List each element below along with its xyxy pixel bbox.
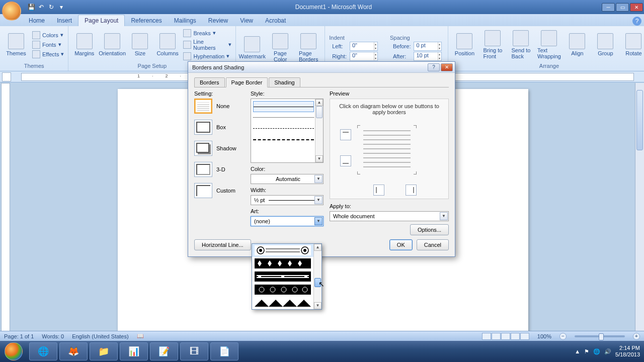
undo-icon[interactable]: ↶ bbox=[37, 3, 45, 11]
taskbar-media[interactable]: 🎞 bbox=[180, 342, 208, 360]
preview-left-border-button[interactable] bbox=[373, 185, 384, 196]
watermark-button[interactable]: Watermark bbox=[240, 36, 264, 59]
zoom-out-button[interactable]: − bbox=[559, 333, 567, 340]
tab-selector[interactable] bbox=[2, 72, 11, 81]
view-web-layout[interactable] bbox=[501, 333, 510, 340]
orientation-button[interactable]: Orientation bbox=[100, 33, 124, 56]
setting-custom[interactable]: Custom bbox=[194, 183, 245, 198]
art-combo[interactable]: (none) ▼ bbox=[251, 216, 324, 226]
preview-bottom-border-button[interactable] bbox=[340, 155, 351, 166]
color-combo[interactable]: Automatic ▼ bbox=[251, 174, 324, 184]
style-option[interactable] bbox=[253, 145, 314, 156]
taskbar-word[interactable]: 📄 bbox=[210, 342, 238, 360]
hyphenation-button[interactable]: Hyphenation ▾ bbox=[183, 52, 231, 60]
ok-button[interactable]: OK bbox=[389, 239, 413, 250]
zoom-slider[interactable] bbox=[575, 335, 625, 337]
taskbar-excel[interactable]: 📊 bbox=[120, 342, 148, 360]
tab-page-layout[interactable]: Page Layout bbox=[78, 15, 125, 26]
qat-dropdown-icon[interactable]: ▾ bbox=[57, 3, 65, 11]
horizontal-line-button[interactable]: Horizontal Line... bbox=[194, 239, 251, 250]
dialog-titlebar[interactable]: Borders and Shading ? ✕ bbox=[188, 62, 455, 73]
group-button[interactable]: Group bbox=[593, 33, 617, 56]
style-option[interactable] bbox=[253, 101, 314, 112]
close-button[interactable]: ✕ bbox=[630, 3, 643, 12]
columns-button[interactable]: Columns bbox=[156, 33, 180, 56]
taskbar-notepad[interactable]: 📝 bbox=[150, 342, 178, 360]
status-page[interactable]: Page: 1 of 1 bbox=[4, 333, 34, 339]
dialog-tab-shading[interactable]: Shading bbox=[269, 77, 300, 87]
spacing-before-input[interactable]: 0 pt bbox=[414, 42, 442, 51]
start-button[interactable] bbox=[0, 341, 27, 362]
view-draft[interactable] bbox=[520, 333, 529, 340]
tab-home[interactable]: Home bbox=[23, 15, 51, 26]
tab-view[interactable]: View bbox=[234, 15, 259, 26]
art-option[interactable] bbox=[252, 296, 313, 309]
colors-button[interactable]: Colors ▾ bbox=[32, 31, 64, 39]
taskbar-firefox[interactable]: 🦊 bbox=[59, 342, 88, 360]
position-button[interactable]: Position bbox=[452, 33, 476, 56]
tab-acrobat[interactable]: Acrobat bbox=[259, 15, 292, 26]
view-outline[interactable] bbox=[511, 333, 520, 340]
apply-to-combo[interactable]: Whole document ▼ bbox=[330, 211, 449, 221]
save-icon[interactable]: 💾 bbox=[27, 3, 35, 11]
dialog-help-button[interactable]: ? bbox=[428, 63, 440, 71]
spacing-after-input[interactable]: 10 pt bbox=[414, 52, 442, 61]
style-option[interactable] bbox=[253, 134, 314, 145]
indent-left-input[interactable]: 0" bbox=[350, 42, 378, 51]
line-numbers-button[interactable]: Line Numbers ▾ bbox=[183, 39, 231, 51]
margins-button[interactable]: Margins bbox=[72, 33, 96, 56]
minimize-button[interactable]: ─ bbox=[602, 3, 615, 12]
art-option[interactable] bbox=[252, 270, 313, 283]
cancel-button[interactable]: Cancel bbox=[417, 239, 449, 250]
style-option[interactable] bbox=[253, 123, 314, 134]
align-button[interactable]: Align bbox=[565, 33, 589, 56]
office-button[interactable] bbox=[2, 2, 21, 21]
view-print-layout[interactable] bbox=[482, 333, 491, 340]
rotate-button[interactable]: Rotate bbox=[621, 33, 644, 56]
send-to-back-button[interactable]: Send to Back bbox=[509, 30, 533, 59]
options-button[interactable]: Options... bbox=[410, 224, 449, 235]
art-dropdown-scrollbar[interactable]: ▲ ▼ bbox=[313, 244, 321, 309]
vertical-scrollbar[interactable] bbox=[635, 83, 644, 331]
setting-shadow[interactable]: Shadow bbox=[194, 141, 245, 156]
taskbar-explorer[interactable]: 📁 bbox=[90, 342, 118, 360]
chevron-down-icon[interactable]: ▼ bbox=[314, 196, 323, 204]
tray-clock[interactable]: 2:14 PM 5/18/2013 bbox=[615, 345, 640, 358]
tray-flag-icon[interactable]: ⚑ bbox=[584, 348, 589, 355]
style-option[interactable] bbox=[253, 112, 314, 123]
size-button[interactable]: Size bbox=[128, 33, 152, 56]
help-icon[interactable]: ? bbox=[632, 17, 641, 26]
tab-mailings[interactable]: Mailings bbox=[168, 15, 202, 26]
bring-to-front-button[interactable]: Bring to Front bbox=[480, 30, 505, 59]
dialog-close-button[interactable]: ✕ bbox=[441, 63, 453, 71]
page-borders-button[interactable]: Page Borders bbox=[296, 33, 320, 62]
scroll-up-icon[interactable]: ▲ bbox=[314, 244, 321, 251]
taskbar-chrome[interactable]: 🌐 bbox=[29, 342, 57, 360]
art-dropdown-list[interactable]: ▲ ▼ bbox=[252, 243, 322, 310]
tab-references[interactable]: References bbox=[125, 15, 168, 26]
tab-insert[interactable]: Insert bbox=[51, 15, 78, 26]
setting-box[interactable]: Box bbox=[194, 120, 245, 135]
redo-icon[interactable]: ↻ bbox=[47, 3, 55, 11]
setting-3d[interactable]: 3-D bbox=[194, 162, 245, 177]
text-wrapping-button[interactable]: Text Wrapping bbox=[537, 30, 561, 59]
chevron-down-icon[interactable]: ▼ bbox=[440, 212, 448, 220]
zoom-level[interactable]: 100% bbox=[537, 333, 551, 339]
view-full-screen[interactable] bbox=[492, 333, 501, 340]
spellcheck-icon[interactable]: 📖 bbox=[137, 333, 144, 339]
width-combo[interactable]: ½ pt ▼ bbox=[251, 195, 324, 205]
status-words[interactable]: Words: 0 bbox=[42, 333, 64, 339]
chevron-down-icon[interactable]: ▼ bbox=[314, 217, 323, 225]
tray-network-icon[interactable]: 🌐 bbox=[593, 348, 600, 355]
art-option[interactable] bbox=[252, 283, 313, 296]
style-listbox[interactable]: ▲ ▼ bbox=[251, 99, 324, 163]
tray-up-icon[interactable]: ▲ bbox=[575, 348, 580, 354]
preview-top-border-button[interactable] bbox=[340, 129, 351, 140]
chevron-down-icon[interactable]: ▼ bbox=[314, 175, 323, 183]
themes-button[interactable]: Themes bbox=[4, 33, 28, 56]
indent-right-input[interactable]: 0" bbox=[350, 52, 378, 61]
art-option[interactable] bbox=[252, 257, 313, 270]
breaks-button[interactable]: Breaks ▾ bbox=[183, 29, 231, 37]
setting-none[interactable]: None bbox=[194, 99, 245, 114]
tray-volume-icon[interactable]: 🔊 bbox=[604, 348, 611, 355]
